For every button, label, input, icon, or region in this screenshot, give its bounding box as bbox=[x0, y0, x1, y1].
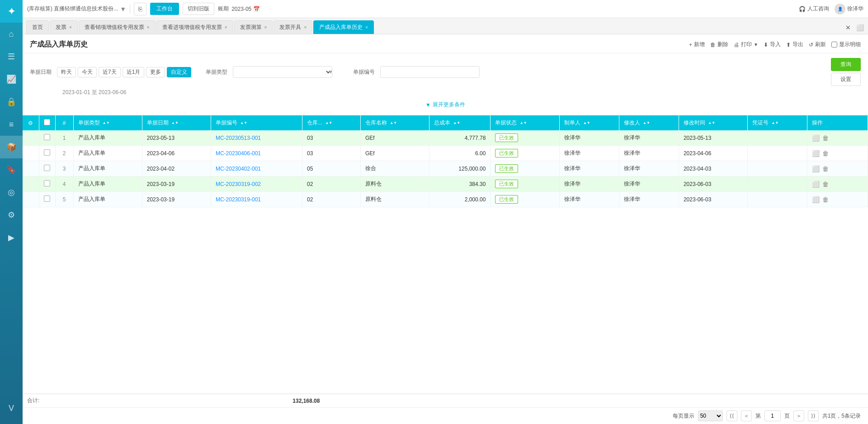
calendar-icon[interactable]: 📅 bbox=[253, 6, 260, 12]
cell-code[interactable]: MC-20230513-001 bbox=[211, 130, 302, 146]
new-button[interactable]: + 新增 bbox=[689, 41, 705, 48]
show-detail-checkbox[interactable] bbox=[831, 42, 837, 48]
delete-button[interactable]: 🗑 删除 bbox=[710, 41, 728, 48]
sidebar-item-settings[interactable]: ⚙ bbox=[0, 204, 23, 226]
company-dropdown-icon[interactable]: ▼ bbox=[120, 5, 126, 13]
support-btn[interactable]: 🎧 人工咨询 bbox=[799, 5, 829, 13]
refresh-button[interactable]: ↺ 刷新 bbox=[809, 41, 826, 48]
tab-close-purchase[interactable]: × bbox=[225, 25, 227, 30]
type-filter-select[interactable] bbox=[233, 66, 332, 78]
cell-code[interactable]: MC-20230402-001 bbox=[211, 161, 302, 176]
page-first-btn[interactable]: ⟨⟨ bbox=[726, 410, 737, 421]
date-btn-7days[interactable]: 近7天 bbox=[99, 67, 121, 77]
user-info[interactable]: 👤 徐泽华 bbox=[835, 4, 863, 14]
tab-close-open[interactable]: × bbox=[304, 25, 307, 30]
row-delete-icon[interactable]: 🗑 bbox=[822, 196, 829, 203]
date-btn-custom[interactable]: 自定义 bbox=[167, 67, 191, 77]
per-page-select[interactable]: 50 100 bbox=[698, 410, 723, 421]
edit-icon[interactable]: ⬜ bbox=[812, 181, 820, 188]
tab-close-sales[interactable]: × bbox=[147, 25, 150, 30]
th-modifier[interactable]: 修改人 ▲▼ bbox=[619, 115, 679, 130]
row-delete-icon[interactable]: 🗑 bbox=[822, 181, 829, 188]
page-last-btn[interactable]: ⟩⟩ bbox=[808, 410, 819, 421]
tab-close-btn[interactable]: ✕ bbox=[844, 23, 853, 32]
cell-mtime: 2023-06-03 bbox=[679, 192, 747, 207]
sidebar-item-voucher[interactable]: 🔖 bbox=[0, 158, 23, 181]
tab-maximize-btn[interactable]: ⬜ bbox=[855, 23, 864, 32]
table-row: 5 产品入库单 2023-03-19 MC-20230319-001 02 原料… bbox=[23, 192, 868, 207]
th-settings[interactable]: ⚙ bbox=[23, 115, 39, 130]
tab-close-calc[interactable]: × bbox=[264, 25, 267, 30]
expand-more-btn[interactable]: ▼ 展开更多条件 bbox=[30, 99, 861, 110]
num-filter-input[interactable] bbox=[380, 66, 480, 78]
sidebar-item-home[interactable]: ⌂ bbox=[0, 23, 23, 45]
import-button[interactable]: ⬇ 导入 bbox=[764, 41, 781, 48]
th-modify-time[interactable]: 修改时间 ▲▼ bbox=[679, 115, 747, 130]
edit-icon[interactable]: ⬜ bbox=[812, 196, 820, 203]
query-button[interactable]: 查询 bbox=[831, 58, 861, 71]
th-checkbox[interactable] bbox=[39, 115, 55, 130]
tab-invoice-open[interactable]: 发票开具 × bbox=[274, 20, 312, 34]
th-status[interactable]: 单据状态 ▲▼ bbox=[491, 115, 559, 130]
cell-checkbox[interactable] bbox=[39, 192, 55, 207]
copy-icon-btn[interactable]: ⎘ bbox=[134, 3, 146, 15]
edit-icon[interactable]: ⬜ bbox=[812, 150, 820, 157]
th-creator[interactable]: 制单人 ▲▼ bbox=[559, 115, 619, 130]
cell-code[interactable]: MC-20230319-001 bbox=[211, 192, 302, 207]
sidebar-item-v[interactable]: V bbox=[0, 397, 23, 419]
switch-version-button[interactable]: 切到旧版 bbox=[183, 3, 214, 15]
tab-home[interactable]: 首页 bbox=[26, 20, 49, 34]
cell-checkbox[interactable] bbox=[39, 130, 55, 146]
sidebar-item-security[interactable]: 🔒 bbox=[0, 91, 23, 113]
set-button[interactable]: 设置 bbox=[831, 73, 861, 86]
cell-cost: 384.30 bbox=[429, 176, 491, 192]
select-all-checkbox[interactable] bbox=[44, 119, 50, 125]
worktable-button[interactable]: 工作台 bbox=[150, 3, 179, 15]
sidebar-item-report[interactable]: 📈 bbox=[0, 68, 23, 91]
row-delete-icon[interactable]: 🗑 bbox=[822, 134, 829, 142]
tab-close-stock[interactable]: × bbox=[365, 25, 368, 30]
page-prev-btn[interactable]: ＜ bbox=[741, 410, 752, 421]
th-type[interactable]: 单据类型 ▲▼ bbox=[73, 115, 142, 130]
show-detail-toggle[interactable]: 显示明细 bbox=[831, 41, 861, 48]
cell-checkbox[interactable] bbox=[39, 161, 55, 176]
date-btn-more[interactable]: 更多 bbox=[146, 67, 165, 77]
sidebar-item-inventory[interactable]: 📦 bbox=[0, 136, 23, 158]
th-voucher[interactable]: 凭证号 ▲▼ bbox=[748, 115, 807, 130]
date-btn-yesterday[interactable]: 昨天 bbox=[57, 67, 76, 77]
date-btn-1month[interactable]: 近1月 bbox=[123, 67, 145, 77]
sidebar-item-play[interactable]: ▶ bbox=[0, 226, 23, 249]
export-button[interactable]: ⬆ 导出 bbox=[786, 41, 803, 48]
tab-stock-history[interactable]: 产成品入库单历史 × bbox=[313, 20, 374, 34]
tab-invoice-calc[interactable]: 发票测算 × bbox=[234, 20, 273, 34]
cell-code[interactable]: MC-20230319-002 bbox=[211, 176, 302, 192]
cell-status: 已生效 bbox=[491, 146, 559, 161]
tab-invoice[interactable]: 发票 × bbox=[50, 20, 78, 34]
tab-sales-invoice[interactable]: 查看销项增值税专用发票 × bbox=[79, 20, 156, 34]
num-filter-label: 单据编号 bbox=[353, 68, 375, 76]
print-button[interactable]: 🖨 打印 ▼ bbox=[734, 41, 758, 48]
edit-icon[interactable]: ⬜ bbox=[812, 134, 820, 142]
row-delete-icon[interactable]: 🗑 bbox=[822, 150, 829, 157]
tab-purchase-invoice[interactable]: 查看进项增值税专用发票 × bbox=[156, 20, 233, 34]
th-warehouse-name[interactable]: 仓库名称 ▲▼ bbox=[360, 115, 429, 130]
date-btn-today[interactable]: 今天 bbox=[78, 67, 97, 77]
cell-num: 2 bbox=[55, 146, 73, 161]
page-next-btn[interactable]: ＞ bbox=[793, 410, 804, 421]
row-delete-icon[interactable]: 🗑 bbox=[822, 165, 829, 172]
sidebar-item-list[interactable]: ≡ bbox=[0, 113, 23, 136]
sidebar-item-circle[interactable]: ◎ bbox=[0, 181, 23, 204]
export-icon: ⬆ bbox=[786, 42, 791, 48]
cell-checkbox[interactable] bbox=[39, 146, 55, 161]
tab-close-invoice[interactable]: × bbox=[69, 25, 72, 30]
page-number-input[interactable] bbox=[764, 410, 781, 421]
th-code[interactable]: 单据编号 ▲▼ bbox=[211, 115, 302, 130]
cell-checkbox[interactable] bbox=[39, 176, 55, 192]
edit-icon[interactable]: ⬜ bbox=[812, 165, 820, 172]
th-warehouse-code[interactable]: 仓库... ▲▼ bbox=[302, 115, 361, 130]
th-date[interactable]: 单据日期 ▲▼ bbox=[142, 115, 211, 130]
th-cost[interactable]: 总成本 ▲▼ bbox=[429, 115, 491, 130]
sidebar-item-menu[interactable]: ☰ bbox=[0, 45, 23, 68]
print-dropdown-icon[interactable]: ▼ bbox=[754, 42, 758, 47]
cell-code[interactable]: MC-20230406-001 bbox=[211, 146, 302, 161]
